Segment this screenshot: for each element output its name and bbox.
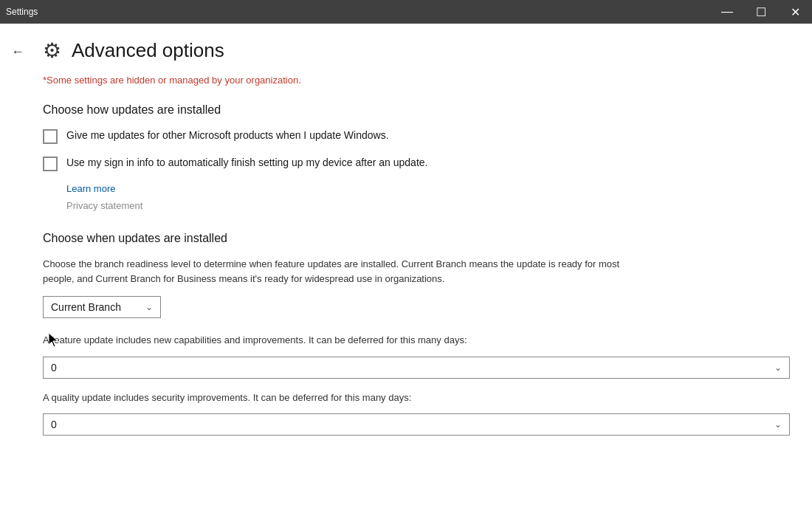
checkbox2-row: Use my sign in info to automatically fin… xyxy=(43,156,790,171)
main-content: ← ⚙ Advanced options *Some settings are … xyxy=(0,24,812,516)
page-header: ⚙ Advanced options xyxy=(43,38,790,63)
section2-description: Choose the branch readiness level to det… xyxy=(43,257,648,286)
quality-days-label: 0 xyxy=(51,419,57,430)
gear-icon: ⚙ xyxy=(43,38,61,63)
page-title: Advanced options xyxy=(72,39,224,62)
feature-days-arrow: ⌄ xyxy=(774,362,782,373)
quality-update-text: A quality update includes security impro… xyxy=(43,391,648,405)
feature-days-dropdown[interactable]: 0 ⌄ xyxy=(43,357,790,379)
title-bar: Settings — ☐ ✕ xyxy=(0,0,812,24)
title-bar-controls: — ☐ ✕ xyxy=(710,0,812,24)
section1-heading: Choose how updates are installed xyxy=(43,103,790,117)
close-button[interactable]: ✕ xyxy=(778,0,812,24)
learn-more-link[interactable]: Learn more xyxy=(66,183,790,194)
branch-dropdown[interactable]: Current Branch ⌄ xyxy=(43,296,161,318)
back-button[interactable]: ← xyxy=(4,38,31,65)
checkbox2-label: Use my sign in info to automatically fin… xyxy=(66,156,427,171)
quality-days-dropdown[interactable]: 0 ⌄ xyxy=(43,413,790,436)
maximize-button[interactable]: ☐ xyxy=(744,0,778,24)
title-bar-title: Settings xyxy=(6,7,38,17)
quality-days-arrow: ⌄ xyxy=(774,419,782,430)
section2-heading: Choose when updates are installed xyxy=(43,232,790,245)
branch-dropdown-wrapper: Current Branch ⌄ xyxy=(43,296,161,333)
warning-text: *Some settings are hidden or managed by … xyxy=(43,75,790,86)
back-btn-area: ← xyxy=(0,24,35,516)
feature-update-text: A feature update includes new capabiliti… xyxy=(43,333,648,348)
checkbox1-label: Give me updates for other Microsoft prod… xyxy=(66,128,389,143)
content-panel: ⚙ Advanced options *Some settings are hi… xyxy=(35,24,812,516)
checkbox2[interactable] xyxy=(43,156,58,171)
checkbox1[interactable] xyxy=(43,129,58,144)
branch-dropdown-label: Current Branch xyxy=(51,301,121,313)
privacy-statement-link[interactable]: Privacy statement xyxy=(66,200,790,211)
minimize-button[interactable]: — xyxy=(710,0,744,24)
checkbox1-row: Give me updates for other Microsoft prod… xyxy=(43,128,790,144)
branch-dropdown-arrow: ⌄ xyxy=(145,302,153,312)
feature-days-label: 0 xyxy=(51,362,57,374)
